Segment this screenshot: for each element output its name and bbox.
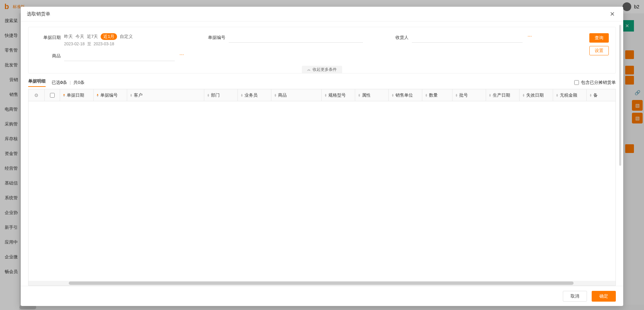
close-icon: ✕ xyxy=(610,10,615,18)
field-label: 单据编号 xyxy=(200,33,225,41)
date-quick-last7[interactable]: 近7天 xyxy=(87,34,98,40)
gear-icon: ⚙ xyxy=(34,93,39,98)
doc-no-input[interactable] xyxy=(229,33,363,43)
sort-icon: ▲▼ xyxy=(425,94,428,97)
modal-footer: 取消 确定 xyxy=(21,286,623,306)
date-quick-today[interactable]: 今天 xyxy=(75,34,84,40)
collapse-conditions-button[interactable]: ︽ 收起更多条件 xyxy=(302,66,342,73)
table-scroll-thumb[interactable] xyxy=(69,281,574,285)
receiver-input[interactable] xyxy=(412,33,523,43)
confirm-button[interactable]: 确定 xyxy=(592,291,616,302)
column-production-date[interactable]: ▲▼生产日期 xyxy=(486,89,520,101)
column-customer[interactable]: ▲▼客户 xyxy=(127,89,204,101)
collapse-label: 收起更多条件 xyxy=(313,67,337,72)
sort-icon: ▲▼ xyxy=(130,94,132,97)
modal-header: 选取销货单 ✕ xyxy=(21,7,623,21)
include-allocated-checkbox[interactable]: 包含已分摊销货单 xyxy=(574,80,616,86)
table-header: ⚙ ▲▼单据日期 ▲▼单据编号 ▲▼客户 ▲▼部门 ▲▼业务员 ▲▼商品 ▲▼规… xyxy=(29,89,615,101)
field-doc-date: 单据日期 昨天 今天 近7天 近1月 自定义 2023-02-18 xyxy=(35,33,133,47)
sort-icon: ▲▼ xyxy=(240,94,243,97)
column-amount-no-tax[interactable]: ▲▼无税金额 xyxy=(553,89,587,101)
query-button[interactable]: 查询 xyxy=(589,33,609,43)
column-product[interactable]: ▲▼商品 xyxy=(271,89,322,101)
modal-body: 查询 设置 单据日期 昨天 今天 近7天 近1月 自定义 xyxy=(21,21,623,286)
field-doc-no: 单据编号 xyxy=(200,33,363,43)
product-picker-icon[interactable]: ··· xyxy=(178,52,185,58)
sort-icon: ▲▼ xyxy=(391,94,394,97)
field-label: 商品 xyxy=(35,52,61,59)
date-quick-last1m[interactable]: 近1月 xyxy=(101,33,117,40)
column-spec[interactable]: ▲▼规格型号 xyxy=(322,89,355,101)
column-remark[interactable]: ▲▼备 xyxy=(587,89,607,101)
sort-icon: ▲▼ xyxy=(556,94,558,97)
modal-title: 选取销货单 xyxy=(27,11,50,17)
search-panel: 查询 设置 单据日期 昨天 今天 近7天 近1月 自定义 xyxy=(28,27,616,73)
include-allocated-input[interactable] xyxy=(574,80,579,85)
tabs-row: 单据明细 已选0条 | 共0条 包含已分摊销货单 xyxy=(28,78,616,87)
column-qty[interactable]: ▲▼数量 xyxy=(422,89,452,101)
column-doc-no[interactable]: ▲▼单据编号 xyxy=(94,89,127,101)
sort-icon: ▲▼ xyxy=(358,94,361,97)
select-all-checkbox[interactable] xyxy=(50,93,55,98)
date-quick-yesterday[interactable]: 昨天 xyxy=(64,34,73,40)
cancel-button[interactable]: 取消 xyxy=(563,291,587,302)
column-select-all[interactable] xyxy=(45,89,60,101)
column-settings[interactable]: ⚙ xyxy=(29,89,45,101)
close-button[interactable]: ✕ xyxy=(607,9,617,19)
product-input[interactable] xyxy=(64,52,175,61)
column-expiry-date[interactable]: ▲▼失效日期 xyxy=(520,89,553,101)
sort-icon: ▲▼ xyxy=(324,94,327,97)
field-label: 收货人 xyxy=(383,33,409,41)
column-sales-unit[interactable]: ▲▼销售单位 xyxy=(389,89,422,101)
sort-icon: ▲▼ xyxy=(455,94,458,97)
sort-icon: ▲▼ xyxy=(522,94,525,97)
column-doc-date[interactable]: ▲▼单据日期 xyxy=(60,89,94,101)
column-attribute[interactable]: ▲▼属性 xyxy=(355,89,389,101)
sort-icon: ▲▼ xyxy=(96,94,99,97)
results-table: ⚙ ▲▼单据日期 ▲▼单据编号 ▲▼客户 ▲▼部门 ▲▼业务员 ▲▼商品 ▲▼规… xyxy=(28,89,616,286)
chevron-up-icon: ︽ xyxy=(307,67,311,72)
field-product: 商品 ··· xyxy=(35,52,185,61)
search-buttons: 查询 设置 xyxy=(589,33,609,55)
selection-summary: 已选0条 | 共0条 xyxy=(52,80,85,86)
date-quick-custom[interactable]: 自定义 xyxy=(120,34,133,40)
sort-icon: ▲▼ xyxy=(207,94,210,97)
table-horizontal-scrollbar[interactable] xyxy=(29,281,615,286)
receiver-picker-icon[interactable]: ··· xyxy=(526,33,533,39)
table-body-empty xyxy=(29,101,615,280)
modal-scroll-thumb[interactable] xyxy=(619,25,621,166)
sort-icon: ▲▼ xyxy=(589,94,592,97)
column-salesperson[interactable]: ▲▼业务员 xyxy=(238,89,271,101)
field-receiver: 收货人 ··· xyxy=(383,33,533,43)
tab-detail[interactable]: 单据明细 xyxy=(28,78,46,87)
include-allocated-label: 包含已分摊销货单 xyxy=(581,80,616,86)
settings-button[interactable]: 设置 xyxy=(589,46,609,55)
column-department[interactable]: ▲▼部门 xyxy=(204,89,238,101)
sort-icon: ▲▼ xyxy=(489,94,491,97)
date-quick-picker: 昨天 今天 近7天 近1月 自定义 xyxy=(64,33,133,40)
field-label: 单据日期 xyxy=(35,33,61,41)
select-sales-order-modal: 选取销货单 ✕ 查询 设置 单据日期 昨天 xyxy=(21,7,623,306)
modal-vertical-scrollbar[interactable] xyxy=(619,25,621,282)
date-range-display: 2023-02-18 至 2023-03-18 xyxy=(64,41,133,47)
sort-icon: ▲▼ xyxy=(274,94,277,97)
sort-icon: ▲▼ xyxy=(63,94,65,97)
column-batch[interactable]: ▲▼批号 xyxy=(452,89,486,101)
